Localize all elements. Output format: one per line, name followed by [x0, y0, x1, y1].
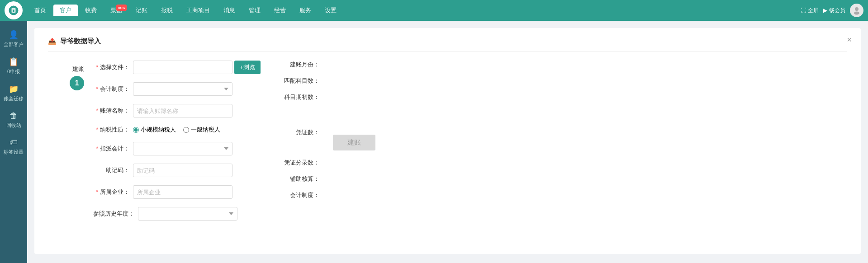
history-select[interactable] [138, 207, 237, 221]
auxiliary-row: 辅助核算： [279, 175, 396, 183]
accounting-row: 会计制度： [93, 82, 261, 96]
step-indicator: 建账 1 [48, 61, 84, 90]
tax-general-option[interactable]: 一般纳税人 [183, 126, 220, 134]
nav-item-operation[interactable]: 经营 [268, 5, 292, 16]
sidebar-item-all-customers[interactable]: 👤 全部客户 [0, 25, 27, 52]
app-logo[interactable] [5, 1, 23, 19]
file-label: 选择文件： [93, 63, 129, 71]
step-circle: 1 [70, 76, 84, 90]
sidebar-item-zero-declare[interactable]: 📋 0申报 [0, 52, 27, 80]
nav-item-invoices[interactable]: 票据 new [104, 5, 128, 16]
auxiliary-label: 辅助核算： [279, 175, 319, 183]
memo-input[interactable] [133, 164, 232, 177]
voucher-entries-label: 凭证分录数： [279, 159, 319, 167]
browse-button[interactable]: +浏览 [234, 61, 261, 74]
build-button[interactable]: 建账 [333, 135, 375, 150]
tax-row: 纳税性质： 小规模纳税人 一般纳税人 [93, 126, 261, 134]
customers-icon: 👤 [9, 30, 19, 40]
main-content: 📤 导爷数据导入 × 建账 1 选择文件： +浏览 [27, 21, 868, 263]
nav-right-area: ⛶ 全屏 ▶ 畅会员 [801, 4, 863, 17]
trash-icon: 🗑 [9, 111, 18, 121]
nav-menu: 首页 客户 收费 票据 new 记账 报税 工商项目 消息 管理 经营 服务 设… [28, 5, 801, 16]
sidebar: 👤 全部客户 📋 0申报 📁 账套迁移 🗑 回收站 🏷 标签设置 [0, 21, 27, 263]
nav-item-management[interactable]: 管理 [242, 5, 267, 16]
history-row: 参照历史年度： [93, 207, 261, 221]
company-label: 所属企业： [93, 188, 129, 196]
initial-row: 科目期初数： [279, 93, 396, 101]
company-row: 所属企业： [93, 185, 261, 199]
match-label: 匹配科目数： [279, 77, 319, 85]
declare-icon: 📋 [9, 57, 19, 67]
sidebar-item-tags[interactable]: 🏷 标签设置 [0, 133, 27, 160]
tax-small-option[interactable]: 小规模纳税人 [133, 126, 176, 134]
file-input[interactable] [133, 61, 232, 74]
close-button[interactable]: × [847, 35, 852, 45]
migrate-icon: 📁 [9, 84, 19, 94]
history-label: 参照历史年度： [93, 210, 134, 218]
nav-item-home[interactable]: 首页 [28, 5, 52, 16]
member-icon: ▶ [823, 7, 827, 14]
right-panel: 建账月份： 匹配科目数： 科目期初数： 凭证数： 建账 [279, 61, 396, 229]
step-form: 选择文件： +浏览 会计制度： 账簿名称： [93, 61, 261, 229]
modal-title: 📤 导爷数据导入 [48, 37, 847, 52]
tax-small-radio[interactable] [133, 127, 139, 133]
tax-label: 纳税性质： [93, 126, 129, 134]
sidebar-item-trash[interactable]: 🗑 回收站 [0, 107, 27, 133]
user-avatar[interactable] [850, 4, 863, 17]
member-button[interactable]: ▶ 畅会员 [823, 7, 845, 14]
new-badge: new [116, 5, 127, 11]
nav-item-tax[interactable]: 报税 [155, 5, 179, 16]
nav-item-service[interactable]: 服务 [293, 5, 318, 16]
voucher-entries-row: 凭证分录数： [279, 159, 396, 167]
memo-label: 助记码： [93, 166, 129, 174]
system-label: 会计制度： [279, 191, 319, 199]
match-row: 匹配科目数： [279, 77, 396, 85]
import-icon: 📤 [48, 38, 57, 46]
sidebar-item-migrate[interactable]: 📁 账套迁移 [0, 80, 27, 107]
svg-point-1 [855, 7, 859, 11]
accounting-label: 会计制度： [93, 85, 129, 93]
fullscreen-button[interactable]: ⛶ 全屏 [801, 7, 819, 14]
ledger-input[interactable] [133, 104, 232, 117]
nav-item-accounting[interactable]: 记账 [129, 5, 154, 16]
memo-row: 助记码： [93, 164, 261, 177]
nav-item-customers[interactable]: 客户 [53, 5, 78, 16]
tax-general-radio[interactable] [183, 127, 189, 133]
month-row: 建账月份： [279, 61, 396, 69]
top-navigation: 首页 客户 收费 票据 new 记账 报税 工商项目 消息 管理 经营 服务 设… [0, 0, 868, 21]
nav-item-business[interactable]: 工商项目 [180, 5, 216, 16]
tax-radio-group: 小规模纳税人 一般纳税人 [133, 126, 220, 134]
nav-item-settings[interactable]: 设置 [318, 5, 343, 16]
ledger-label: 账簿名称： [93, 107, 129, 115]
accountant-select[interactable] [133, 142, 232, 155]
month-label: 建账月份： [279, 61, 319, 69]
company-input[interactable] [133, 185, 232, 199]
tags-icon: 🏷 [9, 138, 18, 147]
ledger-row: 账簿名称： [93, 104, 261, 117]
nav-item-messages[interactable]: 消息 [217, 5, 242, 16]
accounting-select[interactable] [133, 82, 232, 96]
form-area: 建账 1 选择文件： +浏览 会计制度： [48, 61, 847, 229]
file-input-group: +浏览 [133, 61, 261, 74]
accountant-label: 指派会计： [93, 145, 129, 153]
svg-point-2 [854, 12, 859, 15]
initial-label: 科目期初数： [279, 93, 319, 101]
fullscreen-icon: ⛶ [801, 7, 806, 14]
system-row: 会计制度： [279, 191, 396, 199]
nav-item-fees[interactable]: 收费 [79, 5, 103, 16]
file-row: 选择文件： +浏览 [93, 61, 261, 74]
accountant-row: 指派会计： [93, 142, 261, 155]
modal-card: 📤 导爷数据导入 × 建账 1 选择文件： +浏览 [34, 28, 861, 254]
